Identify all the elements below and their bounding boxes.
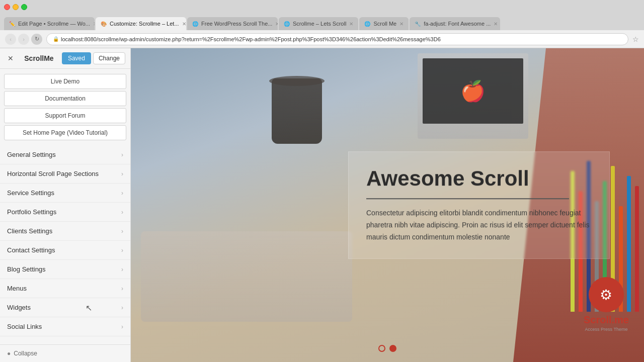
tab-close-button[interactable]: ✕	[494, 21, 498, 27]
bg-coffee-cup	[272, 78, 322, 144]
chevron-right-icon: ›	[121, 228, 123, 235]
app-body: ✕ ScrollMe Saved Change Live Demo Docume…	[0, 48, 644, 362]
lock-icon: 🔒	[53, 36, 59, 42]
tab-favicon: 🔧	[415, 21, 421, 27]
documentation-button[interactable]: Documentation	[4, 91, 126, 106]
menu-item-label: Service Settings	[7, 189, 54, 197]
refresh-button[interactable]: ↻	[31, 34, 42, 45]
forward-button[interactable]: ›	[18, 34, 29, 45]
tabs-bar: ✏️ Edit Page • Scrollme — Wo... ✕ 🎨 Cust…	[0, 14, 644, 30]
close-window-button[interactable]	[4, 4, 10, 10]
tab-scrollme-lets[interactable]: 🌐 Scrollme – Lets Scroll ✕	[279, 17, 358, 30]
menu-item-label: Blog Settings	[7, 265, 46, 273]
logo-subtext: Access Press Theme	[584, 327, 629, 332]
tab-scroll-me[interactable]: 🌐 Scroll Me ✕	[359, 17, 409, 30]
sidebar: ✕ ScrollMe Saved Change Live Demo Docume…	[0, 48, 131, 362]
tab-close-button[interactable]: ✕	[93, 21, 95, 27]
menu-item-label: Horizontal Scroll Page Sections	[7, 170, 99, 177]
chevron-right-icon: ›	[121, 285, 123, 292]
menu-item-label: Widgets	[7, 304, 31, 311]
saved-button[interactable]: Saved	[62, 52, 91, 64]
tab-label: Free WordPress Scroll The...	[201, 21, 272, 27]
menu-item-label: Menus	[7, 285, 27, 292]
nav-buttons: ‹ › ↻	[5, 34, 42, 45]
pagination	[378, 345, 396, 352]
menu-item-label: Social Links	[7, 323, 42, 330]
menu-item-general-settings[interactable]: General Settings ›	[0, 145, 130, 164]
collapse-button[interactable]: ● Collapse	[0, 344, 130, 362]
sidebar-actions: Live Demo Documentation Support Forum Se…	[0, 69, 130, 145]
live-demo-button[interactable]: Live Demo	[4, 74, 126, 89]
menu-item-portfolio-settings[interactable]: Portfolio Settings ›	[0, 203, 130, 222]
chevron-right-icon: ›	[121, 151, 123, 158]
menu-item-contact-settings[interactable]: Contact Settings ›	[0, 241, 130, 260]
tab-favicon: 🌐	[364, 21, 370, 27]
bg-keyboard	[141, 231, 352, 322]
preview-area: 🍎 .kkey{background:#fff; height:14px; bo…	[131, 48, 644, 362]
chevron-right-icon: ›	[121, 190, 123, 197]
title-bar	[0, 0, 644, 14]
tab-free-wp[interactable]: 🌐 Free WordPress Scroll The... ✕	[187, 17, 278, 30]
tab-close-button[interactable]: ✕	[399, 21, 404, 27]
menu-item-widgets[interactable]: Widgets › ↖	[0, 298, 130, 317]
chevron-right-icon: ›	[121, 304, 123, 311]
sidebar-close-button[interactable]: ✕	[5, 53, 16, 64]
sidebar-title: ScrollMe	[24, 54, 53, 62]
tab-close-button[interactable]: ✕	[275, 21, 278, 27]
logo-text: Scroll.me	[584, 314, 629, 326]
set-home-page-button[interactable]: Set Home Page (Video Tutorial)	[4, 125, 126, 140]
tab-label: Edit Page • Scrollme — Wo...	[18, 21, 90, 27]
tab-fa-adjust[interactable]: 🔧 fa-adjust: Font Awesome ... ✕	[410, 17, 500, 30]
pagination-dot-2[interactable]	[389, 345, 396, 352]
tab-close-button[interactable]: ✕	[349, 21, 353, 27]
sidebar-header: ✕ ScrollMe Saved Change	[0, 48, 130, 69]
menu-item-horizontal-scroll[interactable]: Horizontal Scroll Page Sections ›	[0, 164, 130, 184]
tab-close-button[interactable]: ✕	[182, 21, 186, 27]
address-input[interactable]: 🔒 localhost:8080/scrollme/wp-admin/custo…	[46, 33, 628, 45]
menu-item-menus[interactable]: Menus ›	[0, 279, 130, 298]
address-text: localhost:8080/scrollme/wp-admin/customi…	[61, 36, 441, 42]
tab-edit-page[interactable]: ✏️ Edit Page • Scrollme — Wo... ✕	[4, 17, 95, 30]
pagination-dot-1[interactable]	[378, 345, 385, 352]
collapse-icon: ●	[7, 350, 11, 357]
tab-label: fa-adjust: Font Awesome ...	[424, 21, 491, 27]
tab-favicon: 🌐	[284, 21, 290, 27]
tab-label: Customize: Scrollme – Let...	[110, 21, 179, 27]
tab-favicon: 🌐	[192, 21, 198, 27]
chevron-right-icon: ›	[121, 170, 123, 177]
card-divider	[366, 198, 569, 199]
menu-item-clients-settings[interactable]: Clients Settings ›	[0, 222, 130, 241]
menu-item-label: Clients Settings	[7, 227, 52, 235]
tab-customize[interactable]: 🎨 Customize: Scrollme – Let... ✕	[96, 17, 186, 30]
collapse-label: Collapse	[14, 350, 37, 357]
tab-favicon: 🎨	[101, 21, 107, 27]
browser-frame: ✏️ Edit Page • Scrollme — Wo... ✕ 🎨 Cust…	[0, 0, 644, 48]
support-forum-button[interactable]: Support Forum	[4, 108, 126, 123]
minimize-window-button[interactable]	[13, 4, 19, 10]
preview-background: 🍎 .kkey{background:#fff; height:14px; bo…	[131, 48, 644, 362]
card-title: Awesome Scroll	[366, 167, 592, 190]
card-body-text: Consectetur adipiscing elitorbi blandit …	[366, 207, 592, 243]
address-bar: ‹ › ↻ 🔒 localhost:8080/scrollme/wp-admin…	[0, 30, 644, 48]
tab-favicon: ✏️	[9, 21, 15, 27]
menu-item-label: General Settings	[7, 151, 56, 158]
menu-item-service-settings[interactable]: Service Settings ›	[0, 184, 130, 203]
chevron-right-icon: ›	[121, 323, 123, 330]
menu-item-blog-settings[interactable]: Blog Settings ›	[0, 260, 130, 279]
bookmark-icon[interactable]: ☆	[632, 35, 639, 43]
back-button[interactable]: ‹	[5, 34, 16, 45]
menu-item-label: Portfolio Settings	[7, 208, 56, 216]
bg-laptop-screen: 🍎	[423, 58, 523, 124]
content-card: Awesome Scroll Consectetur adipiscing el…	[348, 151, 610, 259]
maximize-window-button[interactable]	[21, 4, 27, 10]
bg-coffee-cup-rim	[269, 76, 325, 86]
logo-area: ⚙ Scroll.me Access Press Theme	[584, 277, 629, 332]
change-button[interactable]: Change	[93, 52, 125, 64]
menu-item-social-links[interactable]: Social Links ›	[0, 317, 130, 336]
chevron-right-icon: ›	[121, 247, 123, 254]
traffic-lights	[4, 4, 27, 10]
logo-icon: ⚙	[589, 277, 624, 312]
tab-label: Scrollme – Lets Scroll	[293, 21, 346, 27]
tab-label: Scroll Me	[373, 21, 396, 27]
menu-item-label: Contact Settings	[7, 246, 55, 254]
